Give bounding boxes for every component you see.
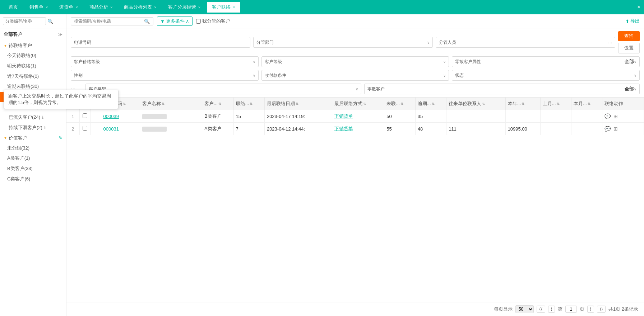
close-customer-segment-icon[interactable]: ×: [198, 5, 200, 9]
next-page-button[interactable]: ⟩: [587, 306, 594, 313]
page-input[interactable]: [565, 306, 577, 313]
more-conditions-button[interactable]: ▼ 更多条件 ∧: [157, 16, 193, 26]
sidebar-group-pending[interactable]: ▼ 待联络客户: [0, 41, 66, 51]
sort-method-icon[interactable]: ⇅: [363, 102, 366, 106]
close-sales-icon[interactable]: ×: [46, 5, 48, 9]
all-customers-section[interactable]: 全部客户 ≫: [0, 28, 66, 41]
first-page-button[interactable]: ⟨⟨: [537, 306, 545, 313]
last-page-button[interactable]: ⟩⟩: [597, 306, 606, 313]
my-customers-checkbox[interactable]: [196, 19, 201, 24]
my-customers-checkbox-label[interactable]: 我分管的客户: [196, 18, 230, 24]
export-button[interactable]: ⬆ 导出: [625, 18, 640, 24]
retail-customer-field[interactable]: 零散客户 全部 ∨: [364, 84, 640, 94]
sidebar-item-b-class[interactable]: B类客户(33): [0, 164, 66, 174]
gender-down-icon: ∨: [253, 74, 255, 77]
sidebar-item-c-class[interactable]: C类客户(6): [0, 174, 66, 184]
phone-field[interactable]: 电话号码: [71, 37, 250, 48]
sidebar-search-icon[interactable]: 🔍: [47, 19, 53, 24]
close-analysis-list-icon[interactable]: ×: [154, 5, 156, 9]
row-index-1: 1: [66, 110, 79, 123]
dept-field[interactable]: 分管部门 ∨: [253, 37, 433, 48]
row-1-this-month: [571, 110, 602, 123]
th-actions: 联络动作: [602, 98, 644, 110]
arrow-icon: ▼: [4, 44, 7, 48]
customer-level-field[interactable]: 客户等级 ∨: [261, 56, 449, 67]
main-search-input[interactable]: [74, 19, 142, 24]
row-2-chat-icon[interactable]: 💬: [604, 126, 611, 132]
close-analysis-icon[interactable]: ×: [110, 5, 112, 9]
row-2-overdue: 48: [415, 123, 446, 135]
row-1-category: B类客户: [202, 110, 233, 123]
sidebar-item-ungrouped[interactable]: 未分组(32): [0, 143, 66, 154]
price-level-field[interactable]: 客户价格等级 ∨: [71, 56, 259, 67]
customer-type-field[interactable]: 客户类型 ∨: [85, 84, 361, 94]
sort-name-icon[interactable]: ⇅: [162, 102, 165, 106]
row-2-checkbox[interactable]: [83, 126, 87, 131]
main-layout: 🔍 全部客户 ≫ ▼ 待联络客户 今天待联络(0) 明天待联络(1) 近7天待联…: [0, 14, 644, 316]
nav-tab-sales[interactable]: 销售单 ×: [24, 2, 53, 13]
row-1-checkbox[interactable]: [83, 113, 87, 118]
close-purchase-icon[interactable]: ×: [75, 5, 78, 9]
nav-tab-customer-contact[interactable]: 客户联络 ×: [207, 2, 240, 13]
row-2-contact: 7: [233, 123, 264, 135]
nav-tab-customer-segment[interactable]: 客户分层经营 ×: [163, 2, 205, 13]
row-2-unreached: 55: [384, 123, 415, 135]
row-1-last-method[interactable]: 下销货单: [332, 110, 384, 123]
edit-value-icon[interactable]: ✎: [59, 135, 62, 141]
sidebar-group-value[interactable]: ▼ 价值客户 ✎: [0, 133, 66, 143]
sort-code-icon[interactable]: ⇅: [123, 102, 126, 106]
settings-button[interactable]: 设置: [618, 43, 640, 53]
sidebar-search-input[interactable]: [3, 17, 46, 25]
sort-lmonth-icon[interactable]: ⇅: [557, 102, 560, 106]
row-1-last-month: [540, 110, 571, 123]
export-icon: ⬆: [625, 19, 629, 24]
status-field[interactable]: 状态 ∨: [452, 70, 640, 81]
sidebar-item-7days[interactable]: 近7天待联络(0): [0, 71, 66, 82]
th-last-method: 最后联络方式⇅: [332, 98, 384, 110]
gender-field[interactable]: 性别 ∨: [71, 70, 259, 81]
row-1-unit-contact: [446, 110, 506, 123]
sidebar-item-today[interactable]: 今天待联络(0): [0, 51, 66, 61]
payment-field[interactable]: 收付款条件 ∨: [261, 70, 449, 81]
status-down-icon: ∨: [634, 74, 636, 77]
sort-cat-icon[interactable]: ⇅: [218, 102, 221, 106]
per-page-select[interactable]: 50 20 100: [515, 305, 534, 313]
person-field[interactable]: 分管人员 ···: [436, 37, 615, 48]
sidebar-item-lost[interactable]: 已流失客户(24) ℹ: [0, 112, 66, 123]
sort-unreached-icon[interactable]: ⇅: [400, 102, 403, 106]
row-2-last-method[interactable]: 下销货单: [332, 123, 384, 135]
row-2-more-icon[interactable]: ⊞: [613, 126, 618, 132]
filter-bar: 🔍 ▼ 更多条件 ∧ 我分管的客户 ⬆ 导出: [66, 14, 644, 28]
close-customer-contact-icon[interactable]: ×: [233, 5, 235, 9]
sort-contact-icon[interactable]: ⇅: [250, 102, 252, 106]
sidebar-item-tomorrow[interactable]: 明天待联络(1): [0, 61, 66, 71]
prev-page-button[interactable]: ⟨: [548, 306, 555, 313]
horizontal-scroll[interactable]: [66, 298, 644, 302]
nav-tab-purchase[interactable]: 进货单 ×: [54, 2, 83, 13]
th-unreached: 未联...⇅: [384, 98, 415, 110]
sort-date-icon[interactable]: ⇅: [296, 102, 298, 106]
main-search-icon[interactable]: 🔍: [144, 19, 150, 24]
row-1-more-icon[interactable]: ⊞: [613, 113, 618, 119]
content-area: 🔍 ▼ 更多条件 ∧ 我分管的客户 ⬆ 导出 电话号码: [66, 14, 644, 316]
sort-overdue-icon[interactable]: ⇅: [432, 102, 435, 106]
person-more-icon[interactable]: ···: [608, 40, 612, 45]
row-1-chat-icon[interactable]: 💬: [604, 113, 611, 119]
th-last-date: 最后联络日期⇅: [264, 98, 332, 110]
row-1-action-icons: 💬 ⊞: [604, 113, 641, 119]
sidebar-item-declining[interactable]: 持续下滑客户(2) ℹ: [0, 123, 66, 133]
row-2-code[interactable]: 000031: [101, 123, 140, 135]
row-1-code[interactable]: 000039: [101, 110, 140, 123]
sort-tmonth-icon[interactable]: ⇅: [588, 102, 590, 106]
nav-tab-analysis[interactable]: 商品分析 ×: [84, 2, 117, 13]
close-all-button[interactable]: ×: [637, 4, 640, 10]
sort-unit-icon[interactable]: ⇅: [482, 102, 485, 106]
nav-tab-analysis-list[interactable]: 商品分析列表 ×: [119, 2, 161, 13]
nav-tab-home[interactable]: 首页: [4, 2, 23, 13]
sort-year-icon[interactable]: ⇅: [522, 102, 524, 106]
retail-attr-field[interactable]: 零散客户属性 全部 ∨: [452, 56, 640, 67]
retail-customer-down-icon: ∨: [634, 87, 636, 91]
sidebar-item-a-class[interactable]: A类客户(1): [0, 153, 66, 164]
sidebar-collapse-icon[interactable]: ≫: [58, 32, 62, 37]
query-button[interactable]: 查询: [618, 31, 640, 41]
